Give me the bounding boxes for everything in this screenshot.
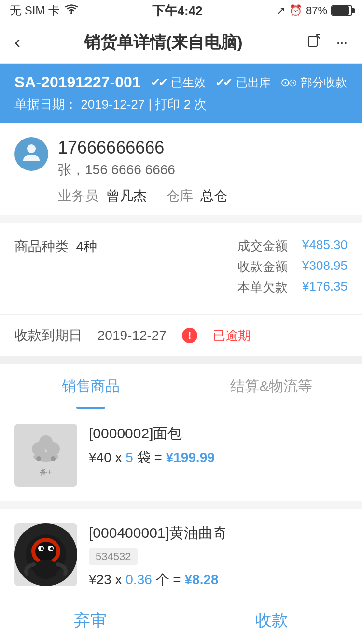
warehouse-value: 总仓 — [200, 188, 227, 203]
received-row: 收款金额 ¥308.95 — [237, 258, 348, 275]
product-total-1: ¥199.99 — [166, 450, 215, 465]
avatar — [14, 137, 48, 171]
list-item: [000400001]黄油曲奇 534532 ¥23 x 0.36 个 = ¥8… — [0, 509, 362, 603]
product-price-2: ¥23 x 0.36 个 = ¥8.28 — [89, 571, 348, 589]
warehouse-label: 仓库 总仓 — [166, 187, 228, 205]
product-list: 备+ [0000002]面包 ¥40 x 5 袋 = ¥199.99 — [0, 409, 362, 603]
customer-section: 17666666666 张，156 6666 6666 业务员 曾凡杰 仓库 总… — [0, 123, 362, 215]
svg-point-6 — [39, 435, 53, 449]
due-row: 本单欠款 ¥176.35 — [237, 279, 348, 296]
tabs: 销售商品 结算&物流等 — [0, 364, 362, 409]
wifi-icon — [65, 4, 78, 17]
carrier-label: 无 SIM 卡 — [10, 3, 60, 18]
category-count: 4种 — [76, 239, 97, 254]
status-right: ↗ ⏰ 87% — [277, 4, 352, 17]
stats-section: 商品种类 4种 成交金额 ¥485.30 收款金额 ¥308.95 本单欠款 ¥… — [0, 223, 362, 315]
battery-icon — [331, 5, 352, 16]
due-date-section: 收款到期日 2019-12-27 ! 已逾期 — [0, 315, 362, 364]
overdue-text: 已逾期 — [213, 327, 251, 344]
order-header: SA-20191227-001 ✔ ✔ 已生效 ✔ ✔ 已出库 ⊙ ⊙ 部分收款… — [0, 64, 362, 123]
amount-row: 成交金额 ¥485.30 — [237, 238, 348, 254]
customer-info: 17666666666 张，156 6666 6666 业务员 曾凡杰 仓库 总… — [58, 137, 348, 205]
status-partial-payment: ⊙ ⊙ 部分收款 — [280, 75, 347, 90]
back-button[interactable]: ‹ — [14, 32, 20, 53]
product-details-2: [000400001]黄油曲奇 534532 ¥23 x 0.36 个 = ¥8… — [89, 523, 348, 589]
status-shipped: ✔ ✔ 已出库 — [215, 75, 271, 90]
due-date-value: 2019-12-27 — [97, 328, 167, 343]
svg-point-9 — [51, 456, 56, 461]
product-image-1: 备+ — [14, 424, 77, 487]
battery-percent: 87% — [306, 4, 327, 17]
location-icon: ↗ — [277, 4, 285, 17]
nav-actions: ··· — [306, 33, 348, 52]
overdue-icon: ! — [182, 328, 197, 343]
product-name-1: [0000002]面包 — [89, 424, 348, 444]
status-effected: ✔ ✔ 已生效 — [151, 75, 206, 90]
amount-value: ¥485.30 — [302, 238, 348, 254]
collect-payment-button[interactable]: 收款 — [181, 596, 362, 644]
share-button[interactable] — [306, 33, 322, 52]
print-info: | 打印 2 次 — [148, 97, 207, 112]
svg-point-8 — [36, 456, 41, 461]
order-id: SA-20191227-001 — [14, 73, 141, 91]
product-total-2: ¥8.28 — [184, 572, 218, 587]
salesman-value: 曾凡杰 — [106, 188, 147, 203]
svg-point-19 — [34, 560, 58, 579]
user-icon — [21, 141, 42, 167]
order-status-row: SA-20191227-001 ✔ ✔ 已生效 ✔ ✔ 已出库 ⊙ ⊙ 部分收款 — [14, 73, 348, 91]
status2-text: ✔ 已出库 — [223, 75, 271, 90]
product-details-1: [0000002]面包 ¥40 x 5 袋 = ¥199.99 — [89, 424, 348, 467]
nav-bar: ‹ 销货单详情(来自电脑) ··· — [0, 21, 362, 64]
product-qty-1: 5 — [125, 450, 133, 465]
customer-name-phone: 张，156 6666 6666 — [58, 161, 348, 179]
category-stats: 商品种类 4种 — [14, 238, 97, 256]
status-left: 无 SIM 卡 — [10, 3, 78, 18]
status3-text: ⊙ 部分收款 — [288, 75, 347, 90]
list-item: 备+ [0000002]面包 ¥40 x 5 袋 = ¥199.99 — [0, 409, 362, 501]
salesman-label: 业务员 曾凡杰 — [58, 187, 147, 205]
date-label: 单据日期： — [14, 97, 77, 112]
svg-point-17 — [41, 547, 43, 550]
status-bar: 无 SIM 卡 下午4:42 ↗ ⏰ 87% — [0, 0, 362, 21]
received-label: 收款金额 — [237, 258, 288, 275]
order-date: 2019-12-27 — [81, 97, 145, 112]
page-title: 销货单详情(来自电脑) — [84, 31, 243, 54]
svg-point-18 — [50, 547, 53, 550]
due-value: ¥176.35 — [302, 279, 348, 296]
more-button[interactable]: ··· — [336, 35, 348, 50]
customer-id: 17666666666 — [58, 137, 348, 158]
svg-rect-1 — [308, 37, 317, 46]
status-time: 下午4:42 — [152, 2, 202, 19]
status1-text: ✔ 已生效 — [158, 75, 206, 90]
due-label: 本单欠款 — [237, 279, 288, 296]
svg-point-2 — [27, 144, 36, 153]
amount-label: 成交金额 — [237, 238, 288, 254]
tab-settlement-logistics[interactable]: 结算&物流等 — [181, 364, 362, 409]
bottom-bar: 弃审 收款 — [0, 596, 362, 644]
order-date-row: 单据日期： 2019-12-27 | 打印 2 次 — [14, 96, 348, 113]
amount-stats: 成交金额 ¥485.30 收款金额 ¥308.95 本单欠款 ¥176.35 — [237, 238, 348, 300]
reject-button[interactable]: 弃审 — [0, 596, 181, 644]
product-badge-2: 534532 — [89, 548, 138, 565]
customer-meta: 业务员 曾凡杰 仓库 总仓 — [58, 187, 348, 205]
svg-text:备+: 备+ — [40, 468, 52, 476]
product-image-2 — [14, 523, 77, 586]
svg-point-14 — [35, 542, 56, 561]
received-value: ¥308.95 — [302, 258, 348, 275]
svg-point-0 — [70, 12, 72, 14]
category-label: 商品种类 — [14, 239, 69, 254]
alarm-icon: ⏰ — [289, 4, 302, 17]
product-price-1: ¥40 x 5 袋 = ¥199.99 — [89, 448, 348, 467]
due-date-label: 收款到期日 — [14, 326, 82, 345]
product-name-2: [000400001]黄油曲奇 — [89, 523, 348, 543]
tab-sales-products[interactable]: 销售商品 — [0, 364, 181, 409]
product-qty-2: 0.36 — [125, 572, 152, 587]
